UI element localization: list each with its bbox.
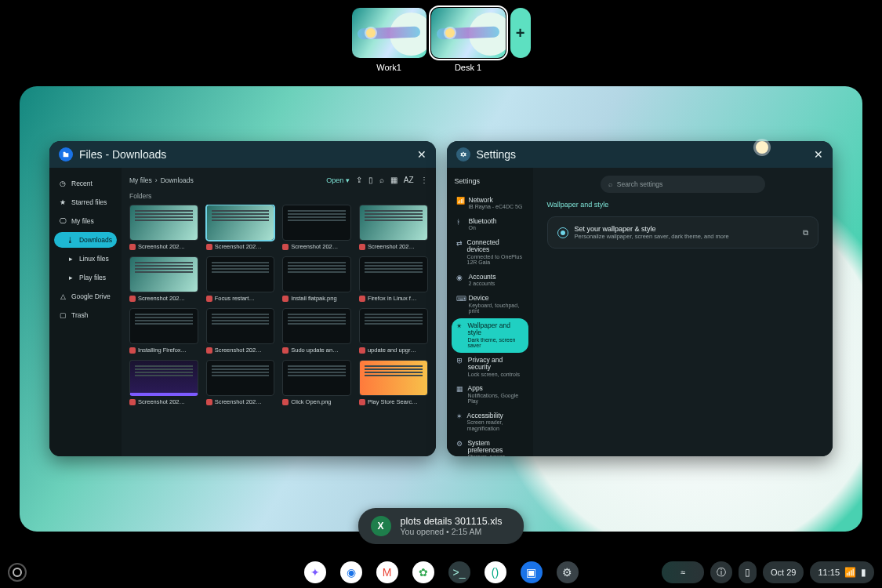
phone-icon[interactable]: ▯ xyxy=(368,176,373,184)
breadcrumb-root[interactable]: My files xyxy=(129,176,152,184)
desk-thumb-1[interactable] xyxy=(431,8,506,58)
file-item[interactable]: Screenshot 202… xyxy=(206,308,275,354)
new-desk-button[interactable]: + xyxy=(510,8,531,58)
settings-window[interactable]: Settings ✕ Settings 📶NetworkiB Rayna - e… xyxy=(447,141,833,456)
file-label: Focus restart… xyxy=(215,295,255,302)
window-header[interactable]: Settings ✕ xyxy=(447,141,833,168)
file-item[interactable]: Screenshot 202… xyxy=(359,205,428,250)
breadcrumb-sep: › xyxy=(155,176,158,184)
file-item[interactable]: Sudo update an… xyxy=(282,308,351,354)
trash-icon: ▢ xyxy=(59,311,67,319)
settings-item-sub: Notifications, Google Play xyxy=(468,393,524,405)
file-item[interactable]: Screenshot 202… xyxy=(282,205,351,250)
settings-item-wallpaper-and-style[interactable]: ✴Wallpaper and styleDark theme, screen s… xyxy=(452,318,528,353)
gmail-icon[interactable]: M xyxy=(376,561,398,583)
sidebar-item-label: Trash xyxy=(71,311,88,319)
tray-info[interactable]: ⓘ xyxy=(710,561,732,583)
open-button[interactable]: Open ▾ xyxy=(326,176,350,184)
sidebar-item-downloads[interactable]: ⭳Downloads xyxy=(54,232,117,248)
desk-thumb-0[interactable] xyxy=(352,8,426,58)
file-thumbnail xyxy=(206,308,275,344)
settings-item-device[interactable]: ⌨DeviceKeyboard, touchpad, print xyxy=(452,291,528,318)
file-label: Screenshot 202… xyxy=(215,398,262,405)
breadcrumb[interactable]: My files › Downloads xyxy=(129,176,320,184)
search-input[interactable]: ⌕ Search settings xyxy=(601,176,765,193)
file-label: Screenshot 202… xyxy=(138,295,185,302)
recent-file-toast[interactable]: X plots details 301115.xls You opened • … xyxy=(358,508,524,544)
desk-label-0[interactable]: Work1 xyxy=(352,63,426,72)
settings-item-bluetooth[interactable]: ᚼBluetoothOn xyxy=(452,214,528,235)
file-item[interactable]: Play Store Searc… xyxy=(359,360,428,405)
file-item[interactable]: Focus restart… xyxy=(206,256,275,302)
shield-icon: ⛨ xyxy=(456,357,463,377)
sidebar-item-recent[interactable]: ◷Recent xyxy=(54,176,117,191)
sort-icon[interactable]: AZ xyxy=(404,176,414,184)
sidebar-item-label: Play files xyxy=(79,274,106,281)
file-item[interactable]: Screenshot 202… xyxy=(206,205,275,250)
image-icon xyxy=(282,399,289,405)
file-item[interactable]: Screenshot 202… xyxy=(129,205,198,250)
file-thumbnail xyxy=(282,205,351,241)
files-window[interactable]: Files - Downloads ✕ ◷Recent★Starred file… xyxy=(49,141,436,456)
sidebar-item-google-drive[interactable]: △Google Drive xyxy=(54,289,117,304)
download-icon: ⭳ xyxy=(67,236,74,244)
settings-item-apps[interactable]: ▦AppsNotifications, Google Play xyxy=(452,381,528,408)
window-header[interactable]: Files - Downloads ✕ xyxy=(49,141,436,168)
share-icon[interactable]: ⇪ xyxy=(356,176,362,184)
image-icon xyxy=(359,347,365,354)
settings-item-accessibility[interactable]: ✶AccessibilityScreen reader, magnificati… xyxy=(452,408,528,436)
launcher-button[interactable] xyxy=(8,563,27,582)
file-item[interactable]: Screenshot 202… xyxy=(129,360,198,405)
file-thumbnail xyxy=(206,205,275,241)
close-icon[interactable]: ✕ xyxy=(814,148,823,161)
sidebar-item-linux-files[interactable]: ▸Linux files xyxy=(54,251,117,267)
file-item[interactable]: Firefox in Linux f… xyxy=(359,256,428,302)
settings-icon[interactable]: ⚙ xyxy=(557,561,579,583)
file-item[interactable]: Install flatpak.png xyxy=(282,256,351,302)
tray-time-status[interactable]: 11:15 📶 ▮ xyxy=(810,561,874,583)
file-thumbnail xyxy=(359,360,428,396)
quick-settings-wallpaper[interactable]: ≈ xyxy=(662,561,704,583)
linux-icon[interactable]: () xyxy=(485,561,506,583)
file-item[interactable]: update and upgr… xyxy=(359,308,428,354)
file-label: Screenshot 202… xyxy=(291,243,338,250)
settings-item-label: Bluetooth xyxy=(469,218,497,225)
file-item[interactable]: Installing Firefox… xyxy=(129,308,198,354)
search-icon[interactable]: ⌕ xyxy=(379,176,384,184)
breadcrumb-current[interactable]: Downloads xyxy=(161,176,194,184)
sidebar-item-play-files[interactable]: ▸Play files xyxy=(54,270,117,285)
close-icon[interactable]: ✕ xyxy=(417,148,426,161)
image-icon xyxy=(359,296,365,302)
wallpaper-card[interactable]: Set your wallpaper & style Personalize w… xyxy=(547,216,819,249)
settings-item-label: Accounts xyxy=(469,274,496,281)
grid-icon[interactable]: ▦ xyxy=(390,176,397,184)
accessibility-icon: ✶ xyxy=(456,412,463,432)
settings-item-connected-devices[interactable]: ⇄Connected devicesConnected to OnePlus 1… xyxy=(452,235,528,270)
settings-item-sub: Screen reader, magnification xyxy=(467,419,524,431)
settings-item-privacy-and-security[interactable]: ⛨Privacy and securityLock screen, contro… xyxy=(452,353,528,381)
more-icon[interactable]: ⋮ xyxy=(420,176,428,184)
sidebar-item-label: Starred files xyxy=(71,198,107,206)
file-thumbnail xyxy=(282,308,351,344)
sidebar-item-label: Google Drive xyxy=(71,292,111,300)
chrome-icon[interactable]: ◉ xyxy=(340,561,362,583)
settings-item-network[interactable]: 📶NetworkiB Rayna - eC4DC 5G xyxy=(452,193,528,214)
files-icon[interactable]: ▣ xyxy=(521,561,543,583)
toast-filename: plots details 301115.xls xyxy=(401,516,503,527)
file-thumbnail xyxy=(129,360,198,396)
settings-item-accounts[interactable]: ◉Accounts2 accounts xyxy=(452,270,528,291)
file-label: Play Store Searc… xyxy=(368,398,418,405)
file-item[interactable]: Click Open.png xyxy=(282,360,351,405)
sidebar-item-trash[interactable]: ▢Trash xyxy=(54,307,117,323)
gemini-icon[interactable]: ✦ xyxy=(304,561,326,583)
sidebar-item-starred-files[interactable]: ★Starred files xyxy=(54,194,117,210)
file-item[interactable]: Screenshot 202… xyxy=(206,360,275,405)
tray-date[interactable]: Oct 29 xyxy=(763,561,804,583)
terminal-icon[interactable]: >_ xyxy=(448,561,470,583)
settings-item-system-preferences[interactable]: ⚙System preferencesStorage, power, langu… xyxy=(452,436,528,456)
file-item[interactable]: Screenshot 202… xyxy=(129,256,198,302)
desk-label-1[interactable]: Desk 1 xyxy=(431,63,506,72)
sidebar-item-my-files[interactable]: 🖵My files xyxy=(54,213,117,229)
photos-icon[interactable]: ✿ xyxy=(412,561,434,583)
tray-phone[interactable]: ▯ xyxy=(739,561,757,583)
